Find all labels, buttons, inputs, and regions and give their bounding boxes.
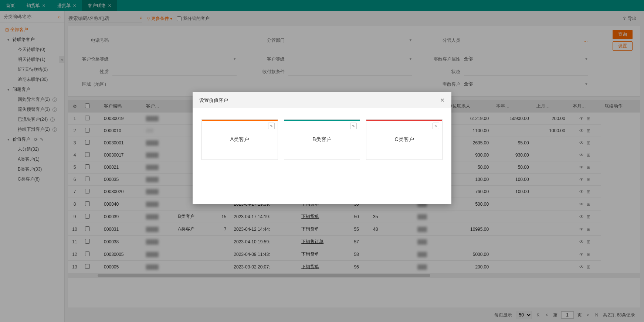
modal-overlay[interactable]: 设置价值客户 ✕ ✎A类客户✎B类客户✎C类客户 <box>0 0 644 322</box>
edit-icon[interactable]: ✎ <box>350 123 357 129</box>
value-customer-modal: 设置价值客户 ✕ ✎A类客户✎B类客户✎C类客户 <box>193 92 451 204</box>
category-card-a[interactable]: ✎A类客户 <box>201 119 278 160</box>
edit-icon[interactable]: ✎ <box>433 123 439 129</box>
category-card-c[interactable]: ✎C类客户 <box>366 119 443 160</box>
category-label: C类客户 <box>395 136 414 143</box>
category-label: B类客户 <box>312 136 331 143</box>
close-icon[interactable]: ✕ <box>440 97 445 104</box>
modal-title: 设置价值客户 <box>199 97 228 104</box>
category-card-b[interactable]: ✎B类客户 <box>284 119 360 160</box>
category-label: A类客户 <box>230 136 249 143</box>
edit-icon[interactable]: ✎ <box>268 123 275 129</box>
